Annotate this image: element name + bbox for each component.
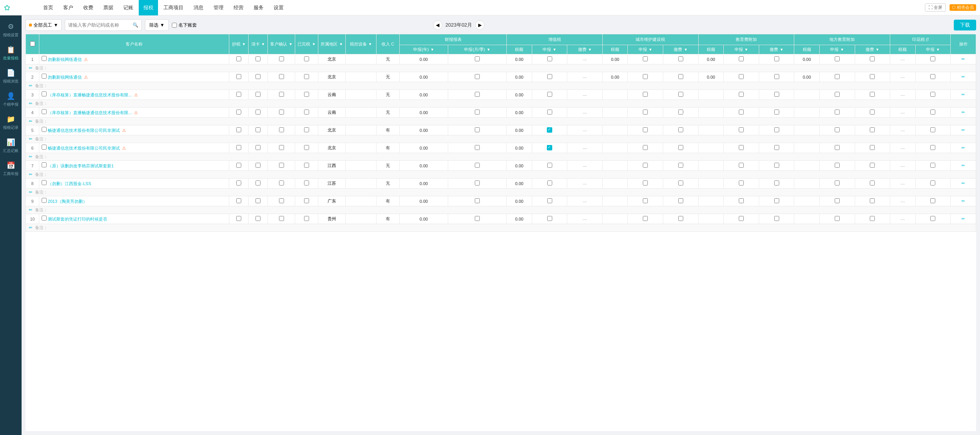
select-all-checkbox[interactable]: [30, 41, 35, 46]
df-chefei-checkbox[interactable]: [870, 74, 875, 79]
queren-checkbox[interactable]: [279, 163, 284, 168]
company-link[interactable]: 勿删新锐网络通信: [48, 57, 82, 62]
sidebar-item-piliangshuibao[interactable]: 📋 批量报税: [0, 42, 22, 65]
yh-shenb-checkbox[interactable]: [930, 127, 935, 132]
caiwu-month-checkbox[interactable]: [475, 163, 480, 168]
queren-checkbox[interactable]: [279, 216, 284, 221]
queren-checkbox[interactable]: [279, 110, 284, 115]
df-chefei-checkbox[interactable]: [870, 180, 875, 185]
wanshu-checkbox[interactable]: [304, 56, 309, 61]
df-shenb-checkbox[interactable]: [835, 198, 840, 203]
qingka-checkbox[interactable]: [256, 145, 261, 150]
wanshu-checkbox[interactable]: [304, 180, 309, 185]
row-checkbox[interactable]: [42, 56, 47, 61]
df-chefei-checkbox[interactable]: [870, 145, 875, 150]
company-link[interactable]: （勿删）江西股金-LSS: [48, 181, 91, 186]
cs-shenb-checkbox[interactable]: [643, 127, 648, 132]
jy-shenb-checkbox[interactable]: [739, 216, 744, 221]
jy-chefei-checkbox[interactable]: [774, 56, 779, 61]
company-link[interactable]: （库存核算）直播畅捷通信息技术股份有限...: [48, 93, 132, 97]
jy-chefei-checkbox[interactable]: [774, 127, 779, 132]
chaoshui-checkbox[interactable]: [236, 74, 241, 79]
zzs-shenb-checkbox[interactable]: [547, 92, 552, 97]
yh-shenb-checkbox[interactable]: [930, 163, 935, 168]
chaoshui-checkbox[interactable]: [236, 180, 241, 185]
yh-shenb-checkbox[interactable]: [930, 198, 935, 203]
company-link[interactable]: 勿删新锐网络通信: [48, 75, 82, 79]
prev-month-button[interactable]: ◀: [433, 20, 442, 30]
wanshu-checkbox[interactable]: [304, 216, 309, 221]
cs-shenb-checkbox[interactable]: [643, 216, 648, 221]
chaoshui-checkbox[interactable]: [236, 92, 241, 97]
df-shenb-checkbox[interactable]: [835, 180, 840, 185]
jy-chefei-checkbox[interactable]: [774, 145, 779, 150]
zzs-shenb-checkbox[interactable]: [547, 110, 552, 115]
cs-chefei-checkbox[interactable]: [678, 145, 683, 150]
chaoshui-checkbox[interactable]: [236, 198, 241, 203]
nav-invoice[interactable]: 票据: [99, 0, 118, 15]
queren-checkbox[interactable]: [279, 74, 284, 79]
chaoshui-checkbox[interactable]: [236, 163, 241, 168]
sidebar-item-baoshuishezhi[interactable]: ⚙ 报税设置: [0, 19, 22, 42]
row-checkbox[interactable]: [42, 109, 47, 114]
nav-manage[interactable]: 管理: [209, 0, 228, 15]
cs-chefei-checkbox[interactable]: [678, 163, 683, 168]
cs-chefei-checkbox[interactable]: [678, 92, 683, 97]
zzs-shenb-checkbox[interactable]: [547, 180, 552, 185]
caiwu-month-checkbox[interactable]: [475, 56, 480, 61]
row-checkbox[interactable]: [42, 91, 47, 96]
cs-chefei-checkbox[interactable]: [678, 127, 683, 132]
qingka-checkbox[interactable]: [256, 180, 261, 185]
edit-icon[interactable]: ✏: [962, 163, 965, 168]
edit-icon[interactable]: ✏: [962, 128, 965, 132]
jy-shenb-checkbox[interactable]: [739, 127, 744, 132]
cs-chefei-checkbox[interactable]: [678, 74, 683, 79]
qingka-checkbox[interactable]: [256, 92, 261, 97]
caiwu-month-checkbox[interactable]: [475, 180, 480, 185]
cs-shenb-checkbox[interactable]: [643, 180, 648, 185]
row-checkbox[interactable]: [42, 162, 47, 167]
wanshu-checkbox[interactable]: [304, 92, 309, 97]
yh-shenb-checkbox[interactable]: [930, 92, 935, 97]
company-link[interactable]: 畅捷通信息技术股份有限公司民非测试: [48, 146, 120, 150]
df-shenb-checkbox[interactable]: [835, 216, 840, 221]
edit-icon[interactable]: ✏: [962, 199, 965, 203]
df-chefei-checkbox[interactable]: [870, 110, 875, 115]
qingka-checkbox[interactable]: [256, 127, 261, 132]
jy-shenb-checkbox[interactable]: [739, 163, 744, 168]
yh-shenb-checkbox[interactable]: [930, 56, 935, 61]
cs-shenb-checkbox[interactable]: [643, 163, 648, 168]
jy-chefei-checkbox[interactable]: [774, 110, 779, 115]
nav-business[interactable]: 工商项目: [159, 0, 188, 15]
employee-filter[interactable]: 全部员工 ▼: [25, 19, 62, 31]
zzs-shenb-checkbox[interactable]: [547, 216, 552, 221]
caiwu-month-checkbox[interactable]: [475, 198, 480, 203]
cs-shenb-checkbox[interactable]: [643, 92, 648, 97]
caiwu-month-checkbox[interactable]: [475, 110, 480, 115]
table-container[interactable]: 客户名称 抄税▼ 清卡▼ 客户确认▼ 已完税▼ 所属地区▼ 税控设备▼ 收入 C…: [25, 34, 976, 431]
cs-shenb-checkbox[interactable]: [643, 198, 648, 203]
yh-shenb-checkbox[interactable]: [930, 216, 935, 221]
row-checkbox[interactable]: [42, 216, 47, 221]
search-box[interactable]: 🔍: [65, 19, 142, 31]
qingka-checkbox[interactable]: [256, 163, 261, 168]
fullscreen-button[interactable]: ⛶ 全屏: [925, 3, 946, 12]
qingka-checkbox[interactable]: [256, 56, 261, 61]
df-chefei-checkbox[interactable]: [870, 163, 875, 168]
df-shenb-checkbox[interactable]: [835, 163, 840, 168]
edit-icon[interactable]: ✏: [962, 110, 965, 115]
cs-chefei-checkbox[interactable]: [678, 110, 683, 115]
cs-shenb-checkbox[interactable]: [643, 145, 648, 150]
row-checkbox[interactable]: [42, 180, 47, 185]
jy-shenb-checkbox[interactable]: [739, 110, 744, 115]
df-chefei-checkbox[interactable]: [870, 198, 875, 203]
nav-customer[interactable]: 客户: [59, 0, 78, 15]
row-checkbox[interactable]: [42, 145, 47, 150]
cs-shenb-checkbox[interactable]: [643, 56, 648, 61]
nav-service[interactable]: 服务: [249, 0, 268, 15]
row-checkbox[interactable]: [42, 127, 47, 132]
edit-icon[interactable]: ✏: [962, 181, 965, 185]
zzs-shenb-checkbox[interactable]: [547, 56, 552, 61]
caiwu-month-checkbox[interactable]: [475, 145, 480, 150]
filter-button[interactable]: 筛选 ▼: [145, 19, 169, 31]
